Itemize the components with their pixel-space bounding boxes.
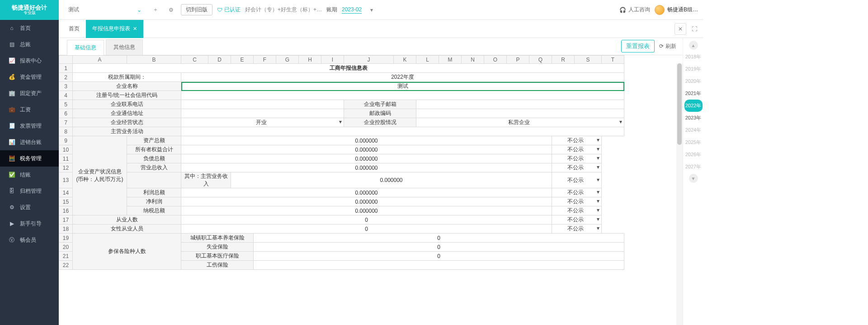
nav-item-7[interactable]: 📊进销台账 bbox=[0, 134, 59, 150]
year-option[interactable]: 2023年 bbox=[684, 112, 703, 124]
publish-select[interactable]: 不公示▾ bbox=[552, 206, 602, 215]
year-option[interactable]: 2025年 bbox=[684, 136, 703, 148]
certified-badge[interactable]: 🛡 已认证 bbox=[217, 6, 241, 14]
year-option[interactable]: 2018年 bbox=[684, 51, 703, 63]
col-header[interactable]: S bbox=[575, 56, 602, 64]
year-option[interactable]: 2026年 bbox=[684, 148, 703, 161]
nav-item-3[interactable]: 💰资金管理 bbox=[0, 69, 59, 85]
nav-item-4[interactable]: 🏢固定资产 bbox=[0, 85, 59, 101]
page-tab-1[interactable]: 年报信息申报表✕ bbox=[86, 20, 143, 38]
reset-report-button[interactable]: 重置报表 bbox=[621, 40, 655, 53]
year-option[interactable]: 2027年 bbox=[684, 161, 703, 173]
col-header[interactable]: J bbox=[344, 56, 394, 64]
status-select[interactable]: 开业▾ bbox=[181, 118, 344, 127]
nav-item-1[interactable]: ▤总账 bbox=[0, 36, 59, 53]
col-header[interactable]: C bbox=[181, 56, 208, 64]
close-icon[interactable]: ✕ bbox=[133, 26, 137, 32]
sub-tab-0[interactable]: 基础信息 bbox=[67, 40, 104, 55]
row-header[interactable]: 10 bbox=[59, 145, 73, 154]
support-button[interactable]: 🎧 人工咨询 bbox=[619, 6, 650, 14]
sub-tab-1[interactable]: 其他信息 bbox=[106, 39, 143, 55]
col-header[interactable]: B bbox=[127, 56, 181, 64]
publish-select[interactable]: 不公示▾ bbox=[552, 154, 602, 163]
col-header[interactable]: P bbox=[507, 56, 529, 64]
col-header[interactable]: N bbox=[462, 56, 484, 64]
asset-value[interactable]: 0.000000 bbox=[181, 145, 552, 154]
publish-select[interactable]: 不公示▾ bbox=[552, 172, 602, 188]
row-header[interactable]: 9 bbox=[59, 136, 73, 145]
row-header[interactable]: 22 bbox=[59, 261, 73, 270]
nav-item-5[interactable]: 💼工资 bbox=[0, 101, 59, 118]
nav-item-6[interactable]: 🧾发票管理 bbox=[0, 118, 59, 134]
nav-item-2[interactable]: 📈报表中心 bbox=[0, 53, 59, 69]
asset-value[interactable]: 0.000000 bbox=[181, 136, 552, 145]
row-header[interactable]: 13 bbox=[59, 172, 73, 188]
close-all-tabs-button[interactable]: ✕ bbox=[675, 23, 686, 35]
publish-select[interactable]: 不公示▾ bbox=[552, 197, 602, 206]
row-header[interactable]: 2 bbox=[59, 73, 73, 82]
row-header[interactable]: 18 bbox=[59, 225, 73, 234]
col-header[interactable]: Q bbox=[529, 56, 552, 64]
row-header[interactable]: 20 bbox=[59, 243, 73, 252]
publish-select[interactable]: 不公示▾ bbox=[552, 215, 602, 225]
row-header[interactable]: 1 bbox=[59, 64, 73, 73]
year-option[interactable]: 2021年 bbox=[684, 87, 703, 100]
asset-value[interactable]: 0.000000 bbox=[181, 154, 552, 163]
col-header[interactable]: E bbox=[231, 56, 254, 64]
row-header[interactable]: 15 bbox=[59, 197, 73, 206]
publish-select[interactable]: 不公示▾ bbox=[552, 163, 602, 172]
row-header[interactable]: 17 bbox=[59, 215, 73, 225]
nav-item-11[interactable]: ⚙设置 bbox=[0, 199, 59, 215]
brand-logo[interactable]: 畅捷通好会计 专业版 bbox=[0, 0, 59, 20]
user-menu[interactable]: 畅捷通B组… bbox=[655, 5, 698, 15]
col-header[interactable]: O bbox=[484, 56, 507, 64]
col-header[interactable]: I bbox=[321, 56, 344, 64]
col-header[interactable]: G bbox=[276, 56, 299, 64]
col-header[interactable]: K bbox=[394, 56, 416, 64]
year-down-button[interactable]: ▼ bbox=[689, 174, 698, 183]
publish-select[interactable]: 不公示▾ bbox=[552, 225, 602, 234]
settings-icon[interactable]: ⚙ bbox=[165, 5, 176, 15]
spreadsheet[interactable]: ABCDEFGHIJKLMNOPQRST1工商年报信息表2税款所属期间：2022… bbox=[59, 55, 683, 325]
holding-select[interactable]: 私营企业▾ bbox=[416, 118, 624, 127]
add-company-button[interactable]: ＋ bbox=[150, 5, 161, 15]
row-header[interactable]: 12 bbox=[59, 163, 73, 172]
row-header[interactable]: 11 bbox=[59, 154, 73, 163]
asset-value[interactable]: 0.000000 bbox=[181, 206, 552, 215]
col-header[interactable]: M bbox=[439, 56, 462, 64]
col-header[interactable]: H bbox=[299, 56, 321, 64]
nav-item-13[interactable]: Ⓥ畅会员 bbox=[0, 232, 59, 248]
vertical-scrollbar[interactable] bbox=[676, 63, 683, 325]
row-header[interactable]: 5 bbox=[59, 100, 73, 109]
year-option[interactable]: 2020年 bbox=[684, 75, 703, 87]
page-tab-0[interactable]: 首页 bbox=[62, 20, 86, 38]
year-up-button[interactable]: ▲ bbox=[689, 41, 698, 50]
asset-value[interactable]: 0.000000 bbox=[181, 188, 552, 197]
year-option[interactable]: 2024年 bbox=[684, 124, 703, 136]
row-header[interactable]: 16 bbox=[59, 206, 73, 215]
fullscreen-icon[interactable]: ⛶ bbox=[690, 24, 699, 33]
scrollbar-thumb[interactable] bbox=[677, 63, 682, 145]
col-header[interactable]: A bbox=[73, 56, 127, 64]
company-value-cell[interactable]: 测试 bbox=[181, 82, 624, 91]
year-option[interactable]: 2022年 bbox=[684, 100, 703, 112]
publish-select[interactable]: 不公示▾ bbox=[552, 188, 602, 197]
nav-item-10[interactable]: 🗄归档管理 bbox=[0, 183, 59, 199]
row-header[interactable]: 21 bbox=[59, 252, 73, 261]
row-header[interactable]: 6 bbox=[59, 109, 73, 118]
period-value[interactable]: 2023-02 bbox=[342, 6, 362, 14]
nav-item-8[interactable]: 🧮税务管理 bbox=[0, 150, 59, 167]
publish-select[interactable]: 不公示▾ bbox=[552, 136, 602, 145]
nav-item-9[interactable]: ✅结账 bbox=[0, 167, 59, 183]
old-version-button[interactable]: 切到旧版 bbox=[181, 4, 212, 15]
row-header[interactable]: 14 bbox=[59, 188, 73, 197]
col-header[interactable]: F bbox=[254, 56, 276, 64]
col-header[interactable]: T bbox=[602, 56, 624, 64]
asset-value[interactable]: 0.000000 bbox=[181, 197, 552, 206]
asset-value[interactable]: 0.000000 bbox=[231, 172, 552, 188]
year-option[interactable]: 2019年 bbox=[684, 63, 703, 75]
period-dropdown-icon[interactable]: ▾ bbox=[366, 5, 377, 15]
refresh-button[interactable]: ⟳ 刷新 bbox=[659, 43, 676, 50]
company-selector[interactable]: 测试 ⌄ bbox=[64, 4, 146, 16]
regno-value[interactable] bbox=[181, 91, 624, 100]
